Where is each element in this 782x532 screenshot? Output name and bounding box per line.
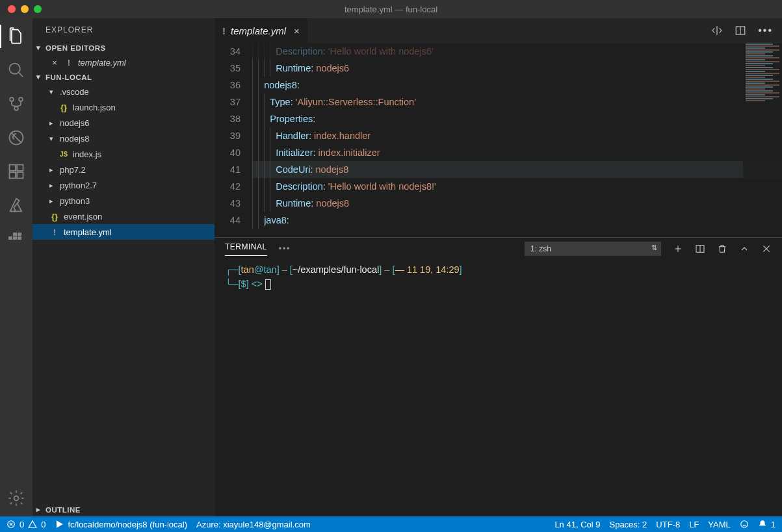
kill-terminal-icon[interactable] xyxy=(717,244,727,254)
debug-icon[interactable] xyxy=(0,129,33,147)
yaml-file-icon: ! xyxy=(222,25,226,36)
search-icon[interactable] xyxy=(0,61,33,79)
status-debug-target[interactable]: fc/localdemo/nodejs8 (fun-local) xyxy=(55,520,187,529)
status-problems[interactable]: 0 0 xyxy=(7,520,46,529)
open-editors-section[interactable]: ▾ OPEN EDITORS xyxy=(33,41,215,55)
file-index-js[interactable]: JSindex.js xyxy=(33,146,215,162)
status-encoding[interactable]: UTF-8 xyxy=(656,520,680,529)
indent-label: Spaces: 2 xyxy=(609,520,647,529)
folder-vscode[interactable]: ▾.vscode xyxy=(33,84,215,99)
source-control-icon[interactable] xyxy=(0,95,33,113)
open-editor-item[interactable]: × ! template.yml xyxy=(33,55,215,70)
chevron-down-icon: ▾ xyxy=(36,44,43,52)
code-content[interactable]: Description: 'Hello world with nodejs6' … xyxy=(252,43,782,237)
maximize-window-icon[interactable] xyxy=(34,5,42,13)
minimap[interactable] xyxy=(743,43,782,237)
terminal-panel: TERMINAL ••• 1: zsh ┌─[tan@tan] – [~/exa… xyxy=(215,237,782,516)
svg-rect-6 xyxy=(10,172,16,178)
status-language[interactable]: YAML xyxy=(708,520,730,529)
title-bar: template.yml — fun-local xyxy=(0,0,782,18)
bell-icon xyxy=(758,520,767,529)
terminal-cursor xyxy=(265,279,271,290)
file-label: launch.json xyxy=(73,103,116,112)
svg-rect-7 xyxy=(17,172,23,178)
svg-point-9 xyxy=(14,496,19,501)
js-file-icon: JS xyxy=(59,151,69,158)
window-title: template.yml — fun-local xyxy=(345,5,437,14)
more-actions-icon[interactable]: ••• xyxy=(758,25,773,36)
folder-label: php7.2 xyxy=(60,165,86,175)
language-label: YAML xyxy=(708,520,730,529)
split-editor-icon[interactable] xyxy=(735,25,746,36)
svg-point-13 xyxy=(741,521,748,528)
line-gutter: 3435363738394041424344 xyxy=(215,43,252,237)
compare-icon[interactable] xyxy=(711,25,723,36)
play-icon xyxy=(55,520,64,529)
folder-python3[interactable]: ▸python3 xyxy=(33,193,215,209)
svg-point-2 xyxy=(19,97,23,101)
svg-point-1 xyxy=(10,97,14,101)
open-editor-filename: template.yml xyxy=(78,58,126,68)
json-file-icon: {} xyxy=(59,103,69,112)
status-notifications[interactable]: 1 xyxy=(758,520,775,529)
open-editors-label: OPEN EDITORS xyxy=(46,44,106,52)
status-indent[interactable]: Spaces: 2 xyxy=(609,520,647,529)
terminal-output[interactable]: ┌─[tan@tan] – [~/examples/fun-local] – [… xyxy=(215,260,782,516)
extensions-icon[interactable] xyxy=(0,162,33,181)
yaml-file-icon: ! xyxy=(49,227,60,237)
file-tree: ▾.vscode {}launch.json ▸nodejs6 ▾nodejs8… xyxy=(33,84,215,242)
new-terminal-icon[interactable] xyxy=(673,244,683,254)
svg-rect-8 xyxy=(17,165,23,171)
more-tabs-icon[interactable]: ••• xyxy=(279,244,291,253)
smiley-icon xyxy=(740,520,749,529)
status-feedback[interactable] xyxy=(740,520,749,529)
panel-tabs: TERMINAL ••• 1: zsh xyxy=(215,238,782,260)
status-eol[interactable]: LF xyxy=(689,520,699,529)
tab-template-yml[interactable]: ! template.yml × xyxy=(215,18,307,43)
main-area: EXPLORER ▾ OPEN EDITORS × ! template.yml… xyxy=(0,18,782,516)
azure-icon[interactable] xyxy=(0,196,33,214)
folder-php72[interactable]: ▸php7.2 xyxy=(33,162,215,177)
folder-nodejs8[interactable]: ▾nodejs8 xyxy=(33,131,215,146)
json-file-icon: {} xyxy=(49,212,60,222)
folder-label: .vscode xyxy=(60,87,89,97)
editor-actions: ••• xyxy=(702,18,782,43)
terminal-line: ┌─[tan@tan] – [~/examples/fun-local] – [… xyxy=(225,262,772,277)
close-window-icon[interactable] xyxy=(8,5,16,13)
warning-count: 0 xyxy=(41,520,46,529)
outline-label: OUTLINE xyxy=(46,506,81,514)
status-azure[interactable]: Azure: xiayule148@gmail.com xyxy=(196,520,311,529)
status-cursor-pos[interactable]: Ln 41, Col 9 xyxy=(554,520,600,529)
chevron-down-icon: ▾ xyxy=(36,73,43,81)
eol-label: LF xyxy=(689,520,699,529)
file-launch-json[interactable]: {}launch.json xyxy=(33,99,215,115)
chevron-right-icon: ▸ xyxy=(49,181,56,190)
tab-close-icon[interactable]: × xyxy=(294,25,300,36)
terminal-dropdown[interactable]: 1: zsh xyxy=(525,242,661,256)
debug-target-label: fc/localdemo/nodejs8 (fun-local) xyxy=(68,520,187,529)
split-terminal-icon[interactable] xyxy=(695,244,705,254)
project-section[interactable]: ▾ FUN-LOCAL xyxy=(33,70,215,84)
explorer-icon[interactable] xyxy=(0,27,33,45)
settings-gear-icon[interactable] xyxy=(0,489,33,507)
chevron-right-icon: ▸ xyxy=(49,166,56,174)
folder-nodejs6[interactable]: ▸nodejs6 xyxy=(33,115,215,131)
minimize-window-icon[interactable] xyxy=(21,5,29,13)
file-event-json[interactable]: {}event.json xyxy=(33,209,215,224)
project-label: FUN-LOCAL xyxy=(46,73,92,81)
docker-icon[interactable] xyxy=(0,230,33,243)
svg-rect-5 xyxy=(10,165,16,171)
terminal-selector[interactable]: 1: zsh xyxy=(525,242,661,256)
outline-section[interactable]: ▸ OUTLINE xyxy=(33,503,215,516)
close-panel-icon[interactable] xyxy=(761,244,772,254)
maximize-panel-icon[interactable] xyxy=(739,244,749,254)
file-label: index.js xyxy=(73,149,101,159)
folder-label: nodejs6 xyxy=(60,118,90,128)
yaml-file-icon: ! xyxy=(64,58,74,68)
code-editor[interactable]: 3435363738394041424344 Description: 'Hel… xyxy=(215,43,782,237)
close-icon[interactable]: × xyxy=(49,58,60,68)
folder-python27[interactable]: ▸python2.7 xyxy=(33,177,215,193)
folder-label: nodejs8 xyxy=(60,134,90,144)
terminal-tab[interactable]: TERMINAL xyxy=(225,242,267,256)
file-template-yml[interactable]: !template.yml xyxy=(33,224,215,240)
